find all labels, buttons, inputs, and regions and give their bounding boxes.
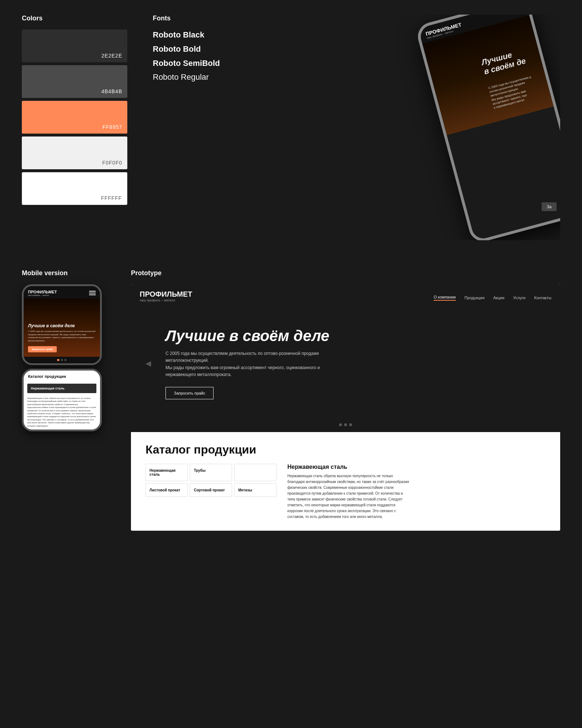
color-swatch-3: FF8957 [22,101,127,134]
proto-dot-1[interactable] [339,423,342,426]
phone-small-cta-button[interactable]: Запросить прайс [28,346,57,352]
proto-nav-contacts[interactable]: Контакты [534,296,551,300]
proto-catalog-grid: Нержавеющая сталь Трубы Листовой прокат … [146,464,276,497]
color-swatch-2: 4B4B4B [22,65,127,98]
proto-hero: ◀ Лучшие в своём деле С 2005 года мы осу… [131,306,560,418]
dot-3 [64,359,67,361]
colors-title: Colors [22,15,131,22]
proto-catalog-desc: Нержавеющая сталь Нержавеющая сталь обре… [287,464,411,520]
page-wrapper: Colors 2E2E2E 4B4B4B FF8957 F0F0F0 FFFFF… [0,0,582,545]
phone-small-dots [24,357,100,363]
proto-catalog: Каталог продукции Нержавеющая сталь Труб… [131,432,560,531]
font-item-2: Roboto Bold [153,44,244,55]
phone-3d: ПРОФИЛЬМЕТ наш профиль – металл [415,15,560,240]
prototype-col: Prototype ПРОФИЛЬМЕТ наш профиль – метал… [131,269,560,531]
font-item-3: Roboto SemiBold [153,58,244,69]
proto-catalog-desc-title: Нержавеющая сталь [287,464,411,470]
phone-small-1: ПРОФИЛЬМЕТ наш профиль – металл [22,284,102,365]
proto-catalog-cell-3 [234,464,276,481]
color-swatch-1: 2E2E2E [22,29,127,62]
mobile-version-title: Mobile version [22,269,116,277]
phone-small-header-1: ПРОФИЛЬМЕТ наш профиль – металл [24,286,100,298]
hamburger-line-a [89,291,96,292]
hamburger-line-b [89,293,96,293]
proto-catalog-cell-1[interactable]: Нержавеющая сталь [146,464,188,481]
font-item-1: Roboto Black [153,29,244,41]
proto-nav-about[interactable]: О компании [434,295,456,301]
prototype-title: Prototype [131,269,560,277]
phone-small-hero-desc: С 2005 года мы осуществляем деятельность… [28,330,96,342]
phone-small-logo-block: ПРОФИЛЬМЕТ наш профиль – металл [28,290,57,296]
proto-catalog-title: Каталог продукции [146,443,546,456]
proto-hero-desc-line1: С 2005 года мы осуществляем деятельность… [166,351,319,363]
proto-hero-content: Лучшие в своём деле С 2005 года мы осуще… [166,328,546,399]
proto-catalog-cell-4[interactable]: Листовой прокат [146,483,188,497]
proto-nav-promotions[interactable]: Акции [493,296,505,300]
proto-dot-2[interactable] [344,423,347,426]
phone-small-catalog: Каталог продукции Нержавеющая сталь Нерж… [22,369,102,431]
color-swatch-4: F0F0F0 [22,136,127,169]
font-list: Roboto Black Roboto Bold Roboto SemiBold… [153,29,244,83]
proto-tagline: наш профиль – металл [140,298,192,302]
colors-panel: Colors 2E2E2E 4B4B4B FF8957 F0F0F0 FFFFF… [22,15,131,240]
phone-catalog-header: Каталог продукции [24,371,100,382]
proto-nav-products[interactable]: Продукция [465,296,485,300]
phone-small-hero: Лучшие в своём деле С 2005 года мы осуще… [24,298,100,357]
proto-logo-block: ПРОФИЛЬМЕТ наш профиль – металл [140,290,192,302]
proto-hero-prev-arrow[interactable]: ◀ [146,359,151,368]
phone-mockup-large: ПРОФИЛЬМЕТ наш профиль – металл [266,15,560,240]
bottom-section: Mobile version ПРОФИЛЬМЕТ наш профиль – … [22,269,560,531]
proto-dot-3[interactable] [349,423,352,426]
color-label-5: FFFFFF [101,195,122,201]
dot-active [57,359,59,361]
phone-small-hero-title: Лучшие в своём деле [28,323,96,328]
cta-hint: За [542,202,557,211]
color-label-4: F0F0F0 [102,160,122,166]
prototype-container: ПРОФИЛЬМЕТ наш профиль – металл О компан… [131,284,560,531]
color-label-2: 4B4B4B [101,88,122,94]
proto-header: ПРОФИЛЬМЕТ наш профиль – металл О компан… [131,284,560,306]
phone-small-hamburger[interactable] [89,291,96,295]
proto-catalog-desc-text: Нержавеющая сталь обрела высокую популяр… [287,473,411,520]
mobile-version-col: Mobile version ПРОФИЛЬМЕТ наш профиль – … [22,269,116,531]
phone-small-logo: ПРОФИЛЬМЕТ наш профиль – металл [28,290,57,296]
fonts-panel: Fonts Roboto Black Roboto Bold Roboto Se… [153,15,244,240]
hamburger-line-c [89,294,96,295]
phone-catalog-title: Каталог продукции [28,374,96,379]
proto-hero-desc: С 2005 года мы осуществляем деятельность… [166,350,347,378]
dot-2 [61,359,63,361]
color-label-3: FF8957 [103,124,122,130]
font-item-4: Roboto Regular [153,72,244,83]
top-section: Colors 2E2E2E 4B4B4B FF8957 F0F0F0 FFFFF… [22,15,560,240]
proto-catalog-inner: Нержавеющая сталь Трубы Листовой прокат … [146,464,546,520]
proto-dots [131,418,560,432]
phone-small-tagline: наш профиль – металл [28,294,57,296]
proto-nav-services[interactable]: Услуги [513,296,526,300]
color-swatch-5: FFFFFF [22,172,127,205]
proto-catalog-cell-2[interactable]: Трубы [190,464,232,481]
fonts-title: Fonts [153,15,244,22]
proto-logo: ПРОФИЛЬМЕТ наш профиль – металл [140,290,192,302]
color-label-1: 2E2E2E [101,53,122,59]
phone-catalog-text: Нержавеющая сталь обрела высокую популяр… [24,395,100,430]
phone-catalog-item[interactable]: Нержавеющая сталь [27,384,96,393]
phone-small-hero-content: Лучшие в своём деле С 2005 года мы осуще… [28,323,96,352]
proto-nav: О компании Продукция Акции Услуги Контак… [434,295,551,302]
phone-3d-screen: ПРОФИЛЬМЕТ наш профиль – металл [418,15,560,240]
proto-hero-desc-line2: Мы рады предложить вам огромный ассортим… [166,365,320,377]
proto-catalog-cell-6[interactable]: Метизы [234,483,276,497]
proto-catalog-cell-5[interactable]: Сортовой прокат [190,483,232,497]
mobile-phone-wrapper: ПРОФИЛЬМЕТ наш профиль – металл [22,284,116,431]
proto-hero-cta-button[interactable]: Запросить прайс [166,387,214,399]
proto-hero-title: Лучшие в своём деле [166,328,546,344]
